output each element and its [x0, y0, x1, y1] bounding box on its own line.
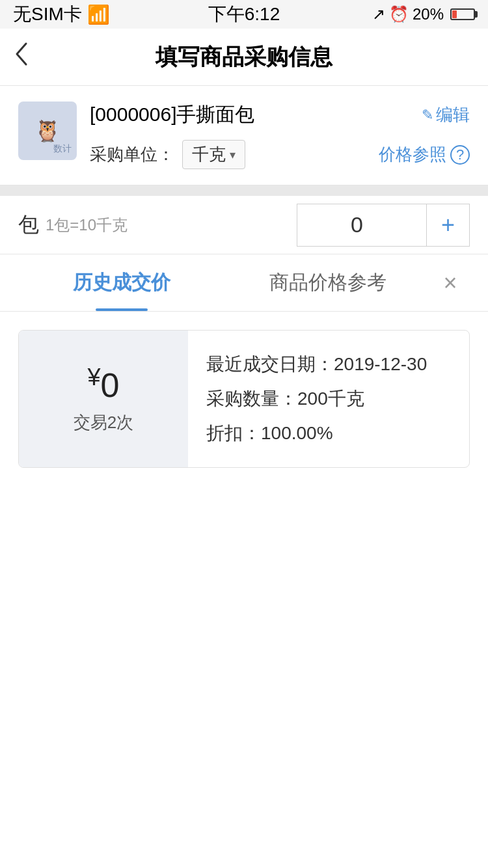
tab2-label: 商品价格参考 — [269, 269, 386, 296]
tab-history-price[interactable]: 历史成交价 — [18, 254, 224, 311]
discount-row: 折扣：100.00% — [206, 420, 451, 446]
carrier-info: 无SIM卡 📶 — [13, 2, 110, 27]
discount-label: 折扣： — [206, 423, 261, 443]
section-divider — [0, 185, 488, 196]
bottom-area — [0, 486, 488, 868]
tab-close-button[interactable]: × — [431, 264, 470, 303]
unit-select[interactable]: 千克 ▾ — [182, 140, 245, 169]
status-right: ↗ ⏰ 20% — [372, 5, 475, 23]
discount-value: 100.00% — [261, 423, 333, 443]
unit-left: 采购单位： 千克 ▾ — [90, 140, 245, 169]
currency-symbol: ¥ — [88, 364, 101, 390]
history-card: ¥0 交易2次 最近成交日期：2019-12-30 采购数量：200千克 折扣：… — [18, 330, 470, 468]
price-reference-link[interactable]: 价格参照 ? — [379, 143, 470, 166]
quantity-label: 包 1包=10千克 — [18, 211, 128, 239]
product-thumbnail: 🦉 数计 — [18, 102, 77, 160]
product-info: [0000006]手撕面包 ✎ 编辑 采购单位： 千克 ▾ 价格参照 ? — [90, 102, 470, 169]
product-sub-label: 数计 — [53, 143, 72, 155]
battery-icon — [448, 8, 475, 20]
quantity-input[interactable] — [297, 204, 427, 247]
product-top-row: 🦉 数计 [0000006]手撕面包 ✎ 编辑 采购单位： 千克 ▾ — [18, 102, 470, 169]
history-price-display: ¥0 — [88, 364, 120, 405]
recent-date-value: 2019-12-30 — [334, 354, 427, 374]
unit-label: 采购单位： — [90, 144, 174, 164]
quantity-detail-label: 采购数量： — [206, 388, 297, 409]
help-icon: ? — [450, 145, 470, 165]
unit-value: 千克 — [192, 143, 226, 166]
price-ref-label: 价格参照 — [379, 143, 446, 166]
page-title: 填写商品采购信息 — [156, 42, 332, 72]
close-icon: × — [443, 269, 457, 297]
history-detail-section: 最近成交日期：2019-12-30 采购数量：200千克 折扣：100.00% — [188, 331, 469, 467]
tab1-label: 历史成交价 — [73, 269, 170, 296]
tabs-bar: 历史成交价 商品价格参考 × — [0, 254, 488, 312]
history-content: ¥0 交易2次 最近成交日期：2019-12-30 采购数量：200千克 折扣：… — [0, 312, 488, 486]
tab-price-reference[interactable]: 商品价格参考 — [224, 254, 431, 311]
recent-date-label: 最近成交日期： — [206, 354, 334, 374]
quantity-input-group: + — [297, 204, 470, 247]
tab-active-indicator — [96, 308, 148, 311]
recent-date-row: 最近成交日期：2019-12-30 — [206, 351, 451, 377]
wifi-icon: 📶 — [87, 4, 110, 25]
plus-icon: + — [441, 211, 455, 239]
history-price-section: ¥0 交易2次 — [19, 331, 188, 467]
nav-bar: 填写商品采购信息 — [0, 29, 488, 86]
quantity-row: 包 1包=10千克 + — [0, 196, 488, 254]
status-time: 下午6:12 — [208, 2, 280, 27]
product-unit-row: 采购单位： 千克 ▾ 价格参照 ? — [90, 140, 470, 169]
quantity-row-detail: 采购数量：200千克 — [206, 386, 451, 411]
product-name-row: [0000006]手撕面包 ✎ 编辑 — [90, 102, 470, 128]
trade-count: 交易2次 — [74, 411, 133, 434]
edit-link[interactable]: ✎ 编辑 — [422, 103, 470, 126]
product-logo-icon: 🦉 — [34, 118, 61, 143]
unit-character: 包 — [18, 211, 39, 239]
quantity-plus-button[interactable]: + — [427, 204, 470, 247]
unit-ratio: 1包=10千克 — [46, 215, 128, 236]
location-icon: ↗ — [372, 5, 385, 23]
alarm-icon: ⏰ — [389, 5, 409, 23]
quantity-detail-value: 200千克 — [297, 388, 364, 409]
price-value: 0 — [101, 366, 120, 404]
product-card: 🦉 数计 [0000006]手撕面包 ✎ 编辑 采购单位： 千克 ▾ — [0, 86, 488, 185]
chevron-down-icon: ▾ — [230, 148, 236, 162]
product-name: [0000006]手撕面包 — [90, 102, 254, 128]
back-button[interactable] — [13, 41, 29, 73]
edit-label: 编辑 — [436, 103, 470, 126]
battery-percent: 20% — [413, 5, 444, 23]
edit-icon: ✎ — [422, 107, 433, 124]
carrier-text: 无SIM卡 — [13, 2, 82, 27]
status-bar: 无SIM卡 📶 下午6:12 ↗ ⏰ 20% — [0, 0, 488, 29]
